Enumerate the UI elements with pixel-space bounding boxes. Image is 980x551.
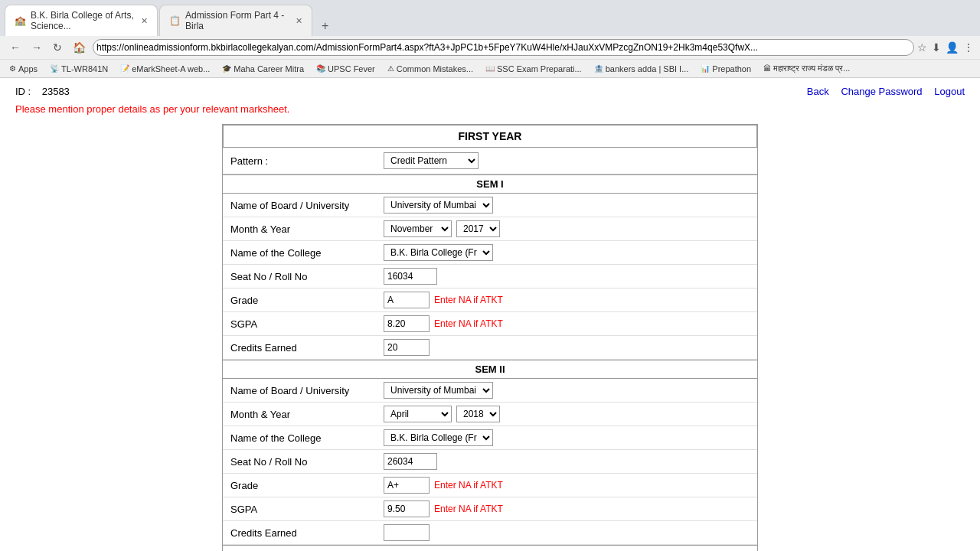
new-tab-button[interactable]: + — [314, 16, 336, 36]
ssc-favicon: 📖 — [485, 64, 495, 73]
download-icon[interactable]: ⬇ — [932, 41, 941, 54]
tlwr-favicon: 📡 — [50, 64, 59, 73]
tab-favicon: 🏫 — [15, 15, 26, 26]
sem1-grade-row: Grade Enter NA if ATKT — [223, 289, 757, 312]
sem2-month-select[interactable]: January February March April May June Ju… — [384, 406, 452, 422]
bookmark-upsc[interactable]: 📚 UPSC Fever — [313, 63, 378, 75]
bookmark-maharashtra[interactable]: 🏛 महाराष्ट्र राज्य मंडळ प्र... — [760, 62, 853, 75]
sem2-seat-label: Seat No / Roll No — [230, 456, 384, 468]
tab-birla-college[interactable]: 🏫 B.K. Birla College of Arts, Science...… — [5, 5, 158, 36]
tab-label2: Admission Form Part 4 - Birla — [185, 10, 291, 31]
sem2-college-label: Name of the College — [230, 432, 384, 444]
tab-close-btn[interactable]: ✕ — [141, 16, 148, 26]
bookmark-maha-career-label: Maha Career Mitra — [234, 64, 304, 73]
sem2-year-select[interactable]: 2015 2016 2017 2018 2019 2020 — [456, 406, 500, 422]
sem1-credits-row: Credits Earned — [223, 336, 757, 360]
logout-link[interactable]: Logout — [934, 86, 965, 97]
sem2-header: SEM II — [223, 360, 757, 379]
bookmark-star-icon[interactable]: ☆ — [917, 41, 927, 54]
bookmark-emarksheet[interactable]: 📝 eMarkSheet-A web... — [117, 63, 213, 75]
bookmark-prepathon[interactable]: 📊 Prepathon — [697, 63, 754, 75]
sem2-sgpa-input[interactable] — [384, 500, 430, 517]
sem2-board-row: Name of Board / University University of… — [223, 379, 757, 403]
apps-favicon: ⚙ — [9, 64, 16, 73]
bookmark-maha-career[interactable]: 🎓 Maha Career Mitra — [219, 63, 307, 75]
id-value: 23583 — [42, 86, 70, 97]
emarksheet-favicon: 📝 — [120, 64, 129, 73]
bookmark-bankers[interactable]: 🏦 bankers adda | SBI I... — [591, 63, 692, 75]
maha-career-favicon: 🎓 — [222, 64, 231, 73]
sem1-credits-input[interactable] — [384, 339, 430, 356]
upsc-favicon: 📚 — [316, 64, 325, 73]
bookmarks-bar: ⚙ Apps 📡 TL-WR841N 📝 eMarkSheet-A web...… — [0, 59, 980, 77]
tab-admission-form[interactable]: 📋 Admission Form Part 4 - Birla ✕ — [159, 5, 312, 36]
sem1-month-select[interactable]: January February March April May June Ju… — [384, 220, 452, 237]
warning-message: Please mention proper details as per you… — [15, 103, 965, 115]
sem2-month-label: Month & Year — [230, 409, 384, 420]
bookmark-prepathon-label: Prepathon — [712, 64, 751, 73]
sem2-grade-label: Grade — [230, 480, 384, 491]
tab-label: B.K. Birla College of Arts, Science... — [31, 10, 136, 31]
change-password-link[interactable]: Change Password — [841, 86, 922, 97]
bookmark-ssc-label: SSC Exam Preparati... — [497, 64, 582, 73]
header-links: Back Change Password Logout — [798, 86, 965, 97]
sem2-sgpa-label: SGPA — [230, 504, 384, 515]
second-year-header: SECOND YEAR — [223, 545, 757, 551]
sem2-grade-hint: Enter NA if ATKT — [434, 480, 503, 491]
common-mistakes-favicon: ⚠ — [387, 64, 394, 73]
bookmark-ssc[interactable]: 📖 SSC Exam Preparati... — [482, 63, 585, 75]
sem1-header: SEM I — [223, 174, 757, 194]
pattern-select[interactable]: Credit Pattern Annual Pattern Semester P… — [384, 152, 479, 169]
address-bar-input[interactable] — [93, 39, 914, 56]
bookmark-upsc-label: UPSC Fever — [328, 64, 375, 73]
back-nav-button[interactable]: ← — [6, 40, 24, 55]
sem2-board-select[interactable]: University of Mumbai Other University — [384, 382, 493, 399]
bookmark-tlwr[interactable]: 📡 TL-WR841N — [47, 63, 111, 75]
sem1-year-select[interactable]: 2015 2016 2017 2018 2019 2020 — [456, 220, 500, 237]
sem1-grade-hint: Enter NA if ATKT — [434, 295, 503, 305]
bookmark-emarksheet-label: eMarkSheet-A web... — [132, 64, 210, 73]
pattern-label: Pattern : — [230, 155, 384, 167]
sem1-grade-label: Grade — [230, 295, 384, 306]
first-year-header: FIRST YEAR — [223, 125, 757, 148]
menu-icon[interactable]: ⋮ — [963, 41, 974, 54]
back-link[interactable]: Back — [807, 86, 829, 97]
pattern-row: Pattern : Credit Pattern Annual Pattern … — [223, 148, 757, 174]
id-label: ID : — [15, 86, 31, 97]
bookmark-apps-label: Apps — [18, 64, 38, 73]
sem1-board-row: Name of Board / University University of… — [223, 194, 757, 217]
sem1-seat-row: Seat No / Roll No — [223, 265, 757, 289]
bankers-favicon: 🏦 — [594, 64, 603, 73]
sem2-college-row: Name of the College B.K. Birla College (… — [223, 426, 757, 450]
sem1-grade-input[interactable] — [384, 292, 430, 308]
sem1-college-select[interactable]: B.K. Birla College (Fr — [384, 244, 493, 261]
sem2-credits-label: Credits Earned — [230, 527, 384, 539]
sem2-credits-input[interactable] — [384, 524, 430, 541]
sem1-seat-input[interactable] — [384, 268, 437, 285]
sem2-month-row: Month & Year January February March Apri… — [223, 403, 757, 426]
sem2-seat-input[interactable] — [384, 453, 437, 470]
sem2-grade-input[interactable] — [384, 477, 430, 494]
reload-button[interactable]: ↻ — [49, 40, 66, 55]
sem1-college-label: Name of the College — [230, 247, 384, 259]
home-button[interactable]: 🏠 — [69, 40, 90, 55]
sem1-sgpa-input[interactable] — [384, 315, 430, 332]
sem2-board-label: Name of Board / University — [230, 385, 384, 396]
admission-form: FIRST YEAR Pattern : Credit Pattern Annu… — [222, 124, 758, 551]
bookmark-tlwr-label: TL-WR841N — [61, 64, 108, 73]
sem1-month-label: Month & Year — [230, 223, 384, 235]
tab-favicon2: 📋 — [169, 15, 181, 26]
bookmark-common-mistakes-label: Common Mistakes... — [397, 64, 473, 73]
sem1-sgpa-row: SGPA Enter NA if ATKT — [223, 312, 757, 336]
sem2-sgpa-row: SGPA Enter NA if ATKT — [223, 497, 757, 521]
bookmark-apps[interactable]: ⚙ Apps — [6, 63, 41, 75]
account-icon[interactable]: 👤 — [946, 41, 959, 54]
tab-close-btn2[interactable]: ✕ — [296, 16, 302, 26]
sem2-credits-row: Credits Earned — [223, 521, 757, 545]
forward-nav-button[interactable]: → — [28, 40, 46, 55]
sem2-college-select[interactable]: B.K. Birla College (Fr — [384, 429, 493, 446]
bookmark-common-mistakes[interactable]: ⚠ Common Mistakes... — [384, 63, 476, 75]
sem1-college-row: Name of the College B.K. Birla College (… — [223, 241, 757, 265]
prepathon-favicon: 📊 — [701, 64, 710, 73]
sem1-board-select[interactable]: University of Mumbai Other University — [384, 197, 493, 214]
